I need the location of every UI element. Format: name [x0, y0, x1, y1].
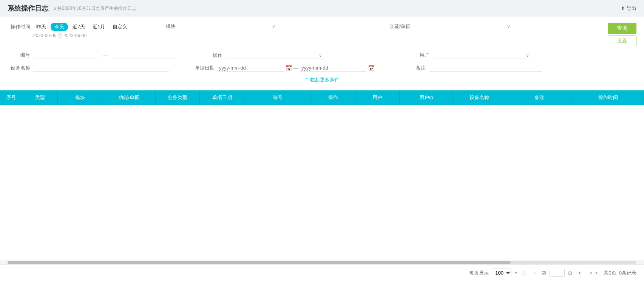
- time-btn-7days[interactable]: 近7天: [69, 23, 88, 31]
- number-input-end[interactable]: [111, 51, 177, 59]
- page-size-select[interactable]: 100 50 200: [492, 269, 511, 277]
- col-device: 设备名称: [453, 90, 506, 105]
- number-label: 编号: [8, 52, 30, 59]
- time-btn-yesterday[interactable]: 昨天: [33, 23, 49, 31]
- next-page-button[interactable]: ＞: [576, 269, 584, 277]
- time-filter: 操作时间 昨天 今天 近7天 近1月 自定义 2023-06-06 至 2023…: [8, 23, 130, 39]
- number-input-start[interactable]: [33, 51, 100, 59]
- page-title: 系统操作日志: [8, 4, 48, 13]
- time-options-group: 昨天 今天 近7天 近1月 自定义 2023-06-06 至 2023-06-0…: [33, 23, 130, 39]
- main-content: 序号 类型 模块 功能/单据 业务类型 单据日期 编号 操作 用户 用户ip 设…: [0, 90, 644, 281]
- calendar-start-icon[interactable]: 📅: [286, 65, 292, 71]
- col-op-time: 操作时间: [573, 90, 644, 105]
- number-range: —: [33, 51, 177, 59]
- export-label: 导出: [627, 5, 636, 12]
- chevron-down-icon: ∨: [514, 270, 517, 275]
- collapse-row: ⌃ 收起更多条件: [8, 74, 636, 87]
- remark-input[interactable]: [429, 64, 542, 72]
- col-number: 编号: [244, 90, 310, 105]
- operation-select[interactable]: [225, 51, 324, 59]
- module-label: 模块: [153, 23, 176, 30]
- col-function: 功能/单据: [102, 90, 155, 105]
- page-number-input[interactable]: 1: [550, 269, 565, 277]
- col-remark: 备注: [506, 90, 573, 105]
- settings-button[interactable]: 设置: [608, 36, 636, 46]
- col-module: 模块: [58, 90, 102, 105]
- remark-label: 备注: [403, 65, 426, 71]
- collapse-button[interactable]: ⌃ 收起更多条件: [305, 76, 340, 83]
- export-button[interactable]: ⬆ 导出: [621, 5, 636, 12]
- col-type: 类型: [22, 90, 58, 105]
- col-operation: 操作: [311, 90, 355, 105]
- function-label: 功能/单据: [388, 23, 411, 30]
- voucher-date-range: 📅 — 📅: [218, 64, 374, 72]
- col-biz-type: 业务类型: [155, 90, 200, 105]
- operation-label: 操作: [200, 52, 222, 59]
- function-select-wrapper: ∨: [414, 23, 512, 30]
- query-button[interactable]: 查询: [608, 23, 636, 34]
- page-header: 系统操作日志 支持2020年10月31日之后产生的操作日志 ⬆ 导出: [0, 0, 644, 17]
- time-btn-1month[interactable]: 近1月: [90, 23, 108, 31]
- device-input[interactable]: [33, 64, 169, 72]
- date-start-input[interactable]: [218, 64, 284, 72]
- filter-area: 操作时间 昨天 今天 近7天 近1月 自定义 2023-06-06 至 2023…: [0, 17, 644, 90]
- data-table: 序号 类型 模块 功能/单据 业务类型 单据日期 编号 操作 用户 用户ip 设…: [0, 90, 644, 105]
- device-label: 设备名称: [8, 65, 30, 71]
- user-label: 用户: [407, 52, 429, 59]
- action-buttons: 查询 设置: [608, 23, 636, 46]
- time-btn-today[interactable]: 今天: [51, 23, 68, 31]
- user-select-wrapper: ∨: [432, 51, 531, 59]
- calendar-end-icon[interactable]: 📅: [368, 65, 374, 71]
- date-dash: —: [293, 65, 298, 71]
- empty-area: [0, 105, 644, 233]
- module-select-wrapper: ∨: [179, 23, 277, 30]
- scrollbar-thumb[interactable]: [8, 261, 511, 264]
- table-wrapper: 序号 类型 模块 功能/单据 业务类型 单据日期 编号 操作 用户 用户ip 设…: [0, 90, 644, 260]
- operation-select-wrapper: ∨: [225, 51, 324, 59]
- page-size-label: 每页显示: [469, 270, 489, 276]
- table-header: 序号 类型 模块 功能/单据 业务类型 单据日期 编号 操作 用户 用户ip 设…: [0, 90, 644, 105]
- voucher-date-label: 单据日期: [192, 65, 215, 71]
- scrollbar-track: [8, 261, 636, 264]
- prev-page-button[interactable]: ＜: [530, 269, 539, 277]
- pagination: 每页显示 100 50 200 ∨ ⟨⟨ ＜ 第 1 页 ＞ ＞＞ 共0页, 0…: [0, 264, 644, 281]
- scrollbar-area: [0, 260, 644, 264]
- function-select[interactable]: [414, 23, 512, 30]
- col-seq: 序号: [0, 90, 22, 105]
- date-end-input[interactable]: [300, 64, 366, 72]
- collapse-icon: ⌃: [305, 77, 309, 82]
- col-user-ip: 用户ip: [400, 90, 453, 105]
- page-subtitle: 支持2020年10月31日之后产生的操作日志: [53, 5, 136, 12]
- total-label: 共0页, 0条记录: [604, 270, 636, 276]
- module-select[interactable]: [179, 23, 277, 30]
- user-select[interactable]: [432, 51, 531, 59]
- last-page-button[interactable]: ＞＞: [587, 269, 601, 277]
- time-btn-custom[interactable]: 自定义: [110, 23, 130, 31]
- page-label: 第: [542, 270, 547, 276]
- col-user: 用户: [355, 90, 400, 105]
- page-suffix: 页: [568, 270, 573, 276]
- col-voucher-date: 单据日期: [200, 90, 244, 105]
- time-range-display: 2023-06-06 至 2023-06-06: [33, 33, 130, 39]
- export-icon: ⬆: [621, 5, 625, 11]
- time-label: 操作时间: [8, 23, 30, 30]
- first-page-button[interactable]: ⟨⟨: [520, 269, 527, 277]
- collapse-label: 收起更多条件: [310, 76, 340, 83]
- number-dash: —: [103, 53, 108, 58]
